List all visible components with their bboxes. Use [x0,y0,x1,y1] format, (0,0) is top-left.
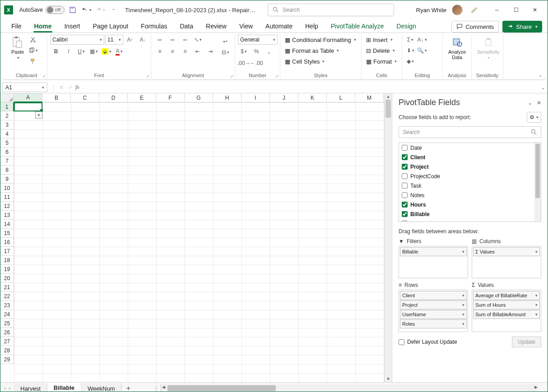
percent-format-icon[interactable]: % [251,46,262,56]
row-header[interactable]: 27 [0,337,14,346]
cell-styles-button[interactable]: ▦Cell Styles▾ [283,56,326,66]
pane-settings-button[interactable]: ⚙▾ [527,112,541,123]
row-header[interactable]: 1 [0,102,14,111]
field-checkbox[interactable] [402,211,408,217]
find-select-icon[interactable]: 🔍▾ [417,46,427,55]
format-cells-button[interactable]: ▦Format▾ [364,56,399,66]
field-row[interactable]: Client [399,152,534,162]
accounting-format-icon[interactable]: $▾ [238,46,250,56]
row-header[interactable]: 17 [0,247,14,256]
row-header[interactable]: 24 [0,310,14,319]
decrease-font-icon[interactable]: A↓ [137,35,149,45]
area-item[interactable]: Sum of Hours▾ [473,300,540,309]
tab-file[interactable]: File [6,20,27,32]
align-center-icon[interactable]: ≡ [167,46,178,56]
format-painter-icon[interactable] [28,56,38,66]
number-format-combo[interactable]: General▾ [238,35,278,45]
row-header[interactable]: 20 [0,274,14,283]
clipboard-launcher-icon[interactable]: ⤢ [42,74,46,78]
area-item[interactable]: Roles▾ [400,319,467,328]
align-right-icon[interactable]: ≡ [179,46,191,56]
border-button[interactable]: ▦▾ [88,46,100,56]
column-header[interactable]: C [71,93,99,102]
row-header[interactable]: 16 [0,238,14,247]
pen-icon[interactable] [469,5,480,15]
area-item[interactable]: Billable▾ [400,247,467,256]
format-as-table-button[interactable]: ▦Format as Table▾ [283,46,341,55]
row-header[interactable]: 2 [0,111,14,120]
row-header[interactable]: 5 [0,138,14,148]
expand-formula-bar-icon[interactable]: ⌄ [539,82,548,93]
tab-page-layout[interactable]: Page Layout [87,20,134,32]
conditional-formatting-button[interactable]: ▦Conditional Formatting▾ [283,35,358,45]
insert-cells-button[interactable]: ⊞Insert▾ [364,35,395,45]
row-header[interactable]: 22 [0,292,14,301]
horizontal-scrollbar[interactable]: ◀ ▶ [161,384,539,392]
rows-area[interactable]: Client▾Project▾UserName▾Roles▾ [399,290,468,332]
minimize-button[interactable]: ─ [488,4,506,16]
pane-collapse-icon[interactable]: ⌄ [528,100,532,106]
columns-area[interactable]: Σ Values▾ [472,246,541,278]
sheet-tab[interactable]: WeekNum [81,383,121,392]
active-cell[interactable] [14,102,42,111]
analyze-data-button[interactable]: Analyze Data [446,35,469,61]
next-sheet-icon[interactable]: › [9,385,10,392]
column-header[interactable]: J [270,93,298,102]
row-header[interactable]: 29 [0,355,14,364]
area-item[interactable]: Project▾ [400,300,467,309]
add-sheet-button[interactable]: + [122,383,135,392]
tab-formulas[interactable]: Formulas [135,20,172,32]
bold-button[interactable]: B [50,46,62,56]
align-middle-icon[interactable]: ═ [167,35,178,45]
field-checkbox[interactable] [402,173,408,179]
cancel-formula-icon[interactable]: ✕ [57,84,65,91]
column-header[interactable]: H [213,93,241,102]
sheet-options-icon[interactable]: ⋮ [153,385,159,392]
row-header[interactable]: 19 [0,265,14,274]
column-header[interactable]: F [156,93,185,102]
field-list-scrollbar[interactable] [534,143,541,221]
row-header[interactable]: 4 [0,129,14,138]
row-header[interactable]: 11 [0,193,14,202]
autosave-toggle[interactable]: Off [46,6,65,14]
field-checkbox[interactable] [402,202,408,208]
column-header[interactable]: E [128,93,156,102]
row-header[interactable]: 9 [0,175,14,184]
search-input[interactable]: Search [268,4,394,16]
tab-data[interactable]: Data [174,20,199,32]
field-checkbox[interactable] [402,164,408,170]
field-checkbox[interactable] [402,192,408,198]
sheet-tab[interactable]: Billable [47,383,81,392]
update-button[interactable]: Update [512,337,541,347]
sort-filter-icon[interactable]: A↓▾ [417,35,427,45]
row-header[interactable]: 6 [0,148,14,157]
save-icon[interactable] [67,5,78,15]
chevron-down-icon[interactable]: ▾ [462,312,464,317]
font-size-combo[interactable]: 11▾ [105,35,123,45]
cell-filter-dropdown-icon[interactable]: ▼ [35,111,42,119]
column-header[interactable]: B [42,93,71,102]
scroll-down-icon[interactable]: ▼ [385,376,392,382]
row-header[interactable]: 3 [0,120,14,129]
field-row[interactable]: Billable [399,209,534,219]
field-checkbox[interactable] [402,183,408,189]
orientation-icon[interactable]: ⤡▾ [192,35,204,45]
defer-layout-checkbox[interactable]: Defer Layout Update [399,339,457,345]
column-header[interactable]: I [241,93,270,102]
column-header[interactable]: L [327,93,355,102]
chevron-down-icon[interactable]: ▾ [535,303,538,307]
chevron-down-icon[interactable]: ▾ [462,322,464,326]
chevron-down-icon[interactable]: ▾ [462,249,464,254]
cut-icon[interactable] [28,35,38,45]
fill-icon[interactable]: ⬇▾ [405,46,416,55]
fx-icon[interactable]: fx [75,84,79,91]
tab-design[interactable]: Design [391,20,422,32]
undo-icon[interactable]: ▾ [81,5,92,15]
chevron-down-icon[interactable]: ▾ [462,303,464,307]
row-header[interactable]: 26 [0,328,14,337]
chevron-down-icon[interactable]: ▾ [535,312,538,317]
sensitivity-button[interactable]: Sensitivity ▾ [474,35,502,61]
chevron-down-icon[interactable]: ▾ [535,293,538,298]
row-header[interactable]: 15 [0,229,14,238]
column-header[interactable]: G [185,93,213,102]
